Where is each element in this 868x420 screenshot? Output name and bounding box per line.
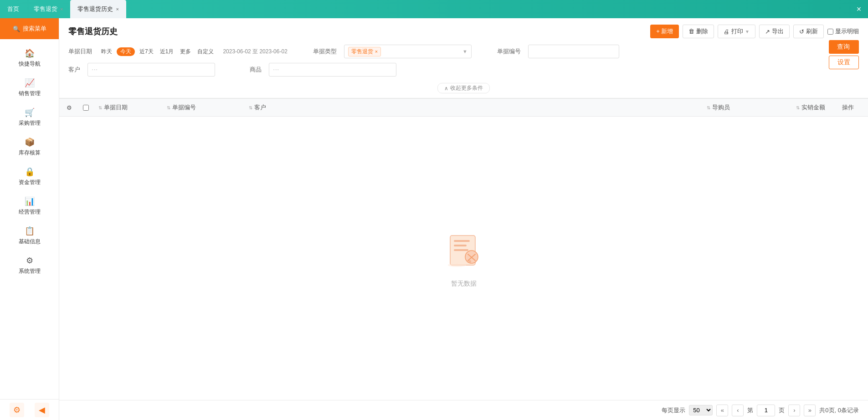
collapse-sidebar-button[interactable]: ◀ [35,403,49,417]
sidebar-item-label: 资金管理 [19,179,41,186]
tab-home[interactable]: 首页 [0,0,26,18]
print-button[interactable]: 🖨 🖨 打印 打印 ▼ [718,25,755,38]
docno-filter-input[interactable] [528,45,619,58]
type-filter-select[interactable]: 零售退货 × ▼ [344,45,472,58]
query-setting-panel: 查询 设置 [829,40,859,69]
sidebar-item-sales[interactable]: 📈 销售管理 [0,72,59,102]
content-area: 零售退货历史 + 新增 🗑 删除 🖨 🖨 打印 打印 ▼ ↗ 导出 [59,18,868,420]
collapse-label: 收起更多条件 [450,84,483,92]
delete-button[interactable]: 🗑 删除 [683,25,714,38]
svg-point-8 [448,263,466,267]
empty-state: 暂无数据 [441,229,487,288]
filter-row-1: 单据日期 昨天 今天 近7天 近1月 更多 自定义 2023-06-02 至 2… [68,45,859,58]
sidebar-item-label: 系统管理 [19,267,41,275]
th-docno[interactable]: ⇅ 单据编号 [162,103,244,112]
th-setting[interactable]: ⚙ [61,104,77,111]
sidebar-search[interactable]: 🔍 搜索菜单 [0,18,59,39]
display-detail-checkbox[interactable] [827,29,833,35]
display-detail-toggle[interactable]: 显示明细 [827,27,859,36]
per-page-select[interactable]: 50 20 100 [689,405,713,415]
svg-rect-1 [454,240,470,242]
empty-illustration [441,229,487,274]
date-opt-custom[interactable]: 自定义 [195,47,216,56]
settings-bottom-button[interactable]: ⚙ [10,403,24,417]
th-date[interactable]: ⇅ 单据日期 [94,103,162,112]
page-number-input[interactable] [757,405,775,416]
tab-retail-return[interactable]: 零售退货 × [26,0,70,18]
date-opt-yesterday[interactable]: 昨天 [99,47,114,56]
goods-filter-select[interactable]: ··· [269,63,396,77]
search-icon: 🔍 [13,26,20,32]
home-icon: 🏠 [25,48,35,58]
print-dropdown-icon: ▼ [745,29,750,34]
system-icon: ⚙ [25,256,35,266]
collapse-button[interactable]: ∧ 收起更多条件 [437,83,490,93]
sort-icon: ⇅ [707,105,710,110]
th-customer[interactable]: ⇅ 客户 [244,103,702,112]
pagination-bar: 每页显示 50 20 100 « ‹ 第 页 › » 共0页, 0条记录 [59,400,868,420]
page-title: 零售退货历史 [68,26,118,37]
sidebar-item-label: 采购管理 [19,119,41,127]
table-area: ⚙ ⇅ 单据日期 ⇅ 单据编号 ⇅ 客户 ⇅ [59,98,868,400]
sidebar-item-quicknav[interactable]: 🏠 快捷导航 [0,43,59,72]
sort-icon: ⇅ [796,105,800,110]
topbar: 首页 零售退货 × 零售退货历史 × × [0,0,868,18]
purchase-icon: 🛒 [25,108,35,118]
th-guide[interactable]: ⇅ 导购员 [702,103,766,112]
window-close-button[interactable]: × [850,0,868,18]
sidebar-item-label: 经营管理 [19,208,41,216]
svg-point-7 [468,260,471,263]
refresh-button[interactable]: ↺ 刷新 [793,25,824,38]
sidebar-item-finance[interactable]: 🔒 资金管理 [0,161,59,191]
svg-rect-3 [454,249,468,251]
tab-retail-return-history[interactable]: 零售退货历史 × [70,0,126,18]
date-filter-label: 单据日期 [68,47,92,56]
display-detail-label: 显示明细 [835,27,859,36]
tab-retail-return-history-close[interactable]: × [116,6,118,12]
page-end-label: 页 [779,406,785,415]
print-icon: 🖨 [724,28,729,35]
select-all-checkbox[interactable] [83,105,89,111]
chevron-left-icon: ◀ [39,405,45,415]
th-checkbox[interactable] [77,105,94,111]
table-body: 暂无数据 [59,117,868,400]
refresh-icon: ↺ [799,28,804,35]
sidebar-nav: 🏠 快捷导航 📈 销售管理 🛒 采购管理 📦 库存核算 🔒 资金管理 📊 [0,39,59,399]
sidebar-item-label: 销售管理 [19,90,41,97]
export-button[interactable]: ↗ 导出 [759,25,790,38]
prev-page-button[interactable]: ‹ [732,405,744,416]
first-page-button[interactable]: « [716,405,728,416]
date-opt-1month[interactable]: 近1月 [158,47,176,56]
inventory-icon: 📦 [25,137,35,147]
new-button[interactable]: + 新增 [650,25,679,38]
query-button[interactable]: 查询 [829,40,859,54]
date-opt-more[interactable]: 更多 [178,47,193,56]
sidebar-item-operations[interactable]: 📊 经营管理 [0,191,59,220]
empty-text: 暂无数据 [451,280,477,288]
total-label: 共0页, 0条记录 [819,406,859,415]
goods-filter-label: 商品 [250,66,262,74]
last-page-button[interactable]: » [804,405,816,416]
topbar-tabs: 首页 零售退货 × 零售退货历史 × [0,0,850,18]
th-amount[interactable]: ⇅ 实销金额 [766,103,830,112]
sidebar-item-label: 快捷导航 [19,60,41,68]
date-opt-today[interactable]: 今天 [117,47,135,56]
table-setting-icon: ⚙ [67,104,72,111]
main-layout: 🔍 搜索菜单 🏠 快捷导航 📈 销售管理 🛒 采购管理 📦 库存核算 🔒 [0,18,868,420]
sidebar-item-label: 基础信息 [19,238,41,246]
operations-icon: 📊 [25,196,35,206]
finance-icon: 🔒 [25,167,35,177]
sidebar-item-basic-info[interactable]: 📋 基础信息 [0,220,59,250]
tab-retail-return-close[interactable]: × [60,6,63,12]
setting-button[interactable]: 设置 [829,56,859,69]
sidebar-item-inventory[interactable]: 📦 库存核算 [0,132,59,161]
collapse-bar: ∧ 收起更多条件 [68,81,859,98]
customer-filter-select[interactable]: ··· [87,63,215,77]
sidebar-item-system[interactable]: ⚙ 系统管理 [0,250,59,280]
sidebar-item-purchase[interactable]: 🛒 采购管理 [0,102,59,132]
sidebar-search-label: 搜索菜单 [23,25,46,33]
gear-icon: ⚙ [13,405,21,415]
date-opt-7days[interactable]: 近7天 [138,47,155,56]
next-page-button[interactable]: › [788,405,800,416]
type-tag-close[interactable]: × [375,49,378,54]
